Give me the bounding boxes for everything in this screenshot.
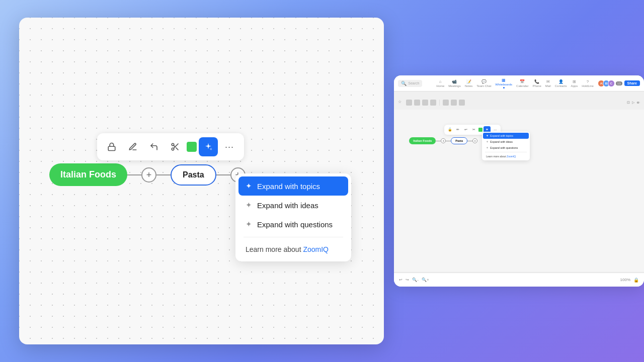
right-nav-bar: 🔍 Search ⌂ Home 📹 Meetings 📝 Notes 💬 Tea… bbox=[394, 75, 644, 92]
right-app-panel: 🔍 Search ⌂ Home 📹 Meetings 📝 Notes 💬 Tea… bbox=[394, 75, 644, 287]
zoom-level: 100% bbox=[620, 278, 630, 282]
right-tb-left: ☆ bbox=[398, 100, 465, 106]
mini-line-1 bbox=[436, 141, 441, 141]
pen-button[interactable] bbox=[123, 137, 142, 156]
mini-expand-questions[interactable]: ✦ Expand with questions bbox=[483, 145, 529, 151]
mini-divider bbox=[485, 152, 527, 152]
mini-learn: Learn more about ZoomIQ bbox=[483, 153, 529, 159]
scissors-button[interactable] bbox=[166, 137, 185, 156]
right-nav-icons: ⌂ Home 📹 Meetings 📝 Notes 💬 Team Chat ▦ … bbox=[436, 78, 594, 88]
sparkle-icon-3: ✦ bbox=[246, 220, 252, 229]
right-bottom-bar: ↩ ↪ 🔍- 🔍+ 100% 🔒 bbox=[394, 273, 644, 287]
right-tb-right: ⊡ ▷ 👁 bbox=[627, 101, 640, 105]
mini-cut-btn[interactable]: ✂ bbox=[470, 126, 477, 133]
connector-line-2 bbox=[156, 174, 171, 175]
nav-team-chat[interactable]: 💬 Team Chat bbox=[476, 79, 491, 87]
lock-icon-tb[interactable] bbox=[459, 100, 465, 106]
mini-expand-ideas[interactable]: ✦ Expand with ideas bbox=[483, 139, 529, 145]
svg-line-4 bbox=[176, 148, 178, 150]
color-swatch-button[interactable] bbox=[187, 142, 197, 152]
dropdown-divider bbox=[244, 237, 343, 237]
arrow-icon[interactable] bbox=[430, 100, 436, 106]
nav-home[interactable]: ⌂ Home bbox=[436, 79, 444, 87]
search-label: Search bbox=[408, 81, 419, 85]
nav-notes[interactable]: 📝 Notes bbox=[465, 79, 473, 87]
search-icon-sm: 🔍 bbox=[401, 81, 407, 86]
pasta-node[interactable]: Pasta bbox=[171, 164, 216, 186]
text-icon[interactable] bbox=[422, 100, 428, 106]
mini-spark-3: ✦ bbox=[486, 146, 489, 149]
mini-whiteboard: 🔓 ✏ ↩ ✂ ✦ ··· Italian Foods + Pasta + bbox=[394, 110, 644, 272]
mini-undo-btn[interactable]: ↩ bbox=[462, 126, 469, 133]
shape-icon[interactable] bbox=[414, 100, 420, 106]
nav-helpline[interactable]: ? HoldLine bbox=[582, 79, 594, 87]
nav-meetings[interactable]: 📹 Meetings bbox=[448, 79, 460, 87]
expand-questions-item[interactable]: ✦ Expand with questions bbox=[238, 215, 348, 234]
mini-line-2 bbox=[446, 141, 451, 141]
nav-phone[interactable]: 📞 Phone bbox=[532, 79, 541, 87]
zoom-in-icon[interactable]: 🔍+ bbox=[422, 278, 429, 282]
mini-add-1[interactable]: + bbox=[441, 138, 446, 143]
mini-add-2[interactable]: + bbox=[472, 138, 477, 143]
mini-spark-1: ✦ bbox=[486, 134, 489, 137]
mini-pen-btn[interactable]: ✏ bbox=[454, 126, 461, 133]
mini-zoomiq-link[interactable]: ZoomIQ bbox=[507, 155, 516, 158]
learn-more-text: Learn more about ZoomIQ bbox=[238, 240, 348, 258]
left-whiteboard-panel: ··· Italian Foods + Pasta + ✦ Expand wit… bbox=[19, 18, 384, 344]
sparkle-icon-2: ✦ bbox=[246, 201, 252, 210]
undo-button[interactable] bbox=[144, 137, 164, 156]
mini-expand-topics[interactable]: ✦ Expand with topics bbox=[483, 133, 529, 139]
nav-apps[interactable]: ⊞ Apps bbox=[571, 79, 578, 87]
share-button-right[interactable]: Share bbox=[624, 80, 640, 86]
mini-italian-node: Italian Foods bbox=[409, 137, 436, 144]
more-options-button[interactable]: ··· bbox=[220, 137, 239, 156]
sparkle-icon-1: ✦ bbox=[246, 182, 252, 191]
mindmap-area: Italian Foods + Pasta + bbox=[49, 163, 246, 186]
mini-line-3 bbox=[467, 141, 472, 141]
mini-dropdown: ✦ Expand with topics ✦ Expand with ideas… bbox=[482, 132, 530, 160]
sticky-icon[interactable] bbox=[443, 100, 449, 106]
screen-icon[interactable]: ⊡ bbox=[627, 101, 630, 105]
present-icon[interactable]: ▷ bbox=[632, 101, 634, 105]
avatar-count: 13 bbox=[616, 81, 622, 85]
star-icon[interactable]: ☆ bbox=[398, 100, 404, 106]
svg-line-5 bbox=[174, 145, 175, 147]
expand-topics-item[interactable]: ✦ Expand with topics bbox=[238, 176, 348, 196]
ai-dropdown-menu: ✦ Expand with topics ✦ Expand with ideas… bbox=[235, 173, 351, 261]
expand-ideas-item[interactable]: ✦ Expand with ideas bbox=[238, 196, 348, 215]
ai-button[interactable] bbox=[199, 137, 218, 156]
lock-bottom-icon[interactable]: 🔒 bbox=[633, 278, 639, 283]
bottom-icons-right: 100% 🔒 bbox=[620, 278, 639, 283]
mini-lock-btn[interactable]: 🔓 bbox=[446, 126, 453, 133]
nav-mail[interactable]: ✉ Mail bbox=[545, 79, 551, 87]
nav-calendar[interactable]: 📅 Calendar bbox=[516, 79, 528, 87]
undo-bottom-icon[interactable]: ↩ bbox=[399, 278, 403, 282]
italian-foods-node[interactable]: Italian Foods bbox=[49, 163, 127, 186]
redo-bottom-icon[interactable]: ↪ bbox=[406, 278, 409, 282]
svg-rect-0 bbox=[108, 146, 115, 150]
eye-icon[interactable]: 👁 bbox=[636, 101, 640, 105]
avatar-cluster: A B C 13 bbox=[600, 80, 622, 87]
right-second-toolbar: ☆ ⊡ ▷ 👁 bbox=[398, 98, 640, 108]
right-whiteboard-content: 🔓 ✏ ↩ ✂ ✦ ··· Italian Foods + Pasta + bbox=[394, 110, 644, 272]
avatar-3: C bbox=[608, 80, 615, 87]
right-search-box[interactable]: 🔍 Search bbox=[398, 80, 422, 87]
mini-mindmap: Italian Foods + Pasta + bbox=[409, 137, 477, 144]
lock-button[interactable] bbox=[102, 137, 121, 156]
mini-pasta-node: Pasta bbox=[451, 137, 467, 144]
divider-v bbox=[439, 100, 440, 106]
add-button-1[interactable]: + bbox=[141, 167, 156, 183]
nav-contacts[interactable]: 👤 Contacts bbox=[555, 79, 567, 87]
nav-whiteboards[interactable]: ▦ Whiteboards bbox=[495, 78, 512, 88]
connector-line-3 bbox=[216, 174, 230, 175]
cursor-icon[interactable] bbox=[406, 100, 412, 106]
zoom-out-icon[interactable]: 🔍- bbox=[412, 278, 419, 282]
floating-toolbar: ··· bbox=[97, 133, 244, 160]
mini-spark-2: ✦ bbox=[486, 140, 489, 143]
connector-line-1 bbox=[127, 174, 141, 175]
zoomiq-link[interactable]: ZoomIQ bbox=[303, 245, 329, 253]
image-icon[interactable] bbox=[451, 100, 457, 106]
bottom-icons-left: ↩ ↪ 🔍- 🔍+ bbox=[399, 278, 429, 282]
mini-color-sq bbox=[478, 128, 482, 132]
